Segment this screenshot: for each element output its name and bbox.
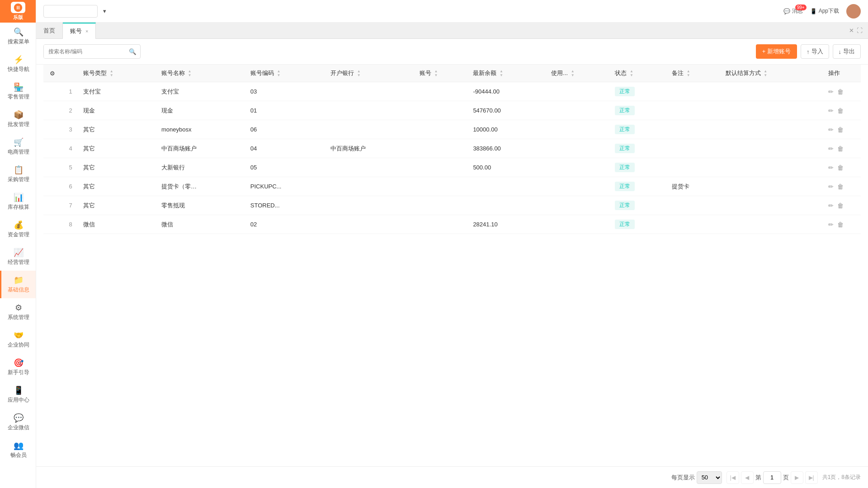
content-search-input[interactable] — [44, 45, 125, 58]
th-default-settlement[interactable]: 默认结算方式 ▲▼ — [722, 65, 825, 82]
edit-btn-4[interactable]: ✏ — [828, 145, 834, 152]
last-page-btn[interactable]: ▶| — [805, 471, 818, 484]
td-actions-4: ✏ 🗑 — [825, 139, 861, 158]
td-account-no-1 — [416, 82, 469, 101]
th-account-no[interactable]: 账号 ▲▼ — [416, 65, 469, 82]
sidebar-icon-capital-mgmt: 💰 — [14, 220, 24, 230]
th-account-type[interactable]: 账号类型 ▲▼ — [80, 65, 158, 82]
delete-btn-2[interactable]: 🗑 — [837, 107, 844, 114]
app-download-label: App下载 — [819, 7, 839, 15]
logo-icon — [11, 2, 25, 13]
td-usage-4 — [547, 139, 611, 158]
td-actions-6: ✏ 🗑 — [825, 177, 861, 196]
edit-btn-2[interactable]: ✏ — [828, 107, 834, 114]
sidebar-item-enterprise-wechat[interactable]: 💬 企业微信 — [0, 408, 36, 436]
sidebar-item-basic-info[interactable]: 📁 基础信息 — [0, 271, 36, 298]
sidebar-item-new-guide[interactable]: 🎯 新手引导 — [0, 353, 36, 381]
edit-btn-8[interactable]: ✏ — [828, 221, 834, 228]
td-bank-8 — [327, 215, 416, 234]
td-index-4: 4 — [61, 139, 80, 158]
delete-btn-4[interactable]: 🗑 — [837, 145, 844, 152]
total-text: 共1页，8条记录 — [822, 474, 861, 481]
th-bank[interactable]: 开户银行 ▲▼ — [327, 65, 416, 82]
th-account-name[interactable]: 账号名称 ▲▼ — [158, 65, 247, 82]
next-page-btn[interactable]: ▶ — [791, 471, 803, 484]
app-download-icon: 📱 — [810, 8, 817, 14]
sidebar-item-operation-mgmt[interactable]: 📈 经营管理 — [0, 243, 36, 271]
delete-btn-1[interactable]: 🗑 — [837, 88, 844, 95]
topbar-app-download[interactable]: 📱 App下载 — [810, 7, 839, 15]
tab-expand-btn[interactable]: ✕ ⛶ — [844, 27, 868, 34]
sidebar-item-app-center[interactable]: 📱 应用中心 — [0, 381, 36, 408]
td-account-no-7 — [416, 196, 469, 215]
sidebar-item-system-mgmt[interactable]: ⚙ 系统管理 — [0, 298, 36, 326]
accounts-table: ⚙ 账号类型 ▲▼ 账号名称 ▲▼ 账号编码 ▲▼ 开户银行 ▲▼ 账号 ▲▼ … — [43, 65, 861, 234]
delete-btn-8[interactable]: 🗑 — [837, 221, 844, 228]
edit-btn-1[interactable]: ✏ — [828, 88, 834, 95]
th-account-code[interactable]: 账号编码 ▲▼ — [247, 65, 327, 82]
sidebar-item-purchase-mgmt[interactable]: 📋 采购管理 — [0, 160, 36, 188]
import-button[interactable]: ↑ 导入 — [801, 44, 829, 59]
th-usage[interactable]: 使用... ▲▼ — [547, 65, 611, 82]
edit-btn-6[interactable]: ✏ — [828, 183, 834, 190]
td-account-code-8: 02 — [247, 215, 327, 234]
sidebar-item-retail-mgmt[interactable]: 🏪 零售管理 — [0, 78, 36, 105]
sidebar-item-ecommerce-mgmt[interactable]: 🛒 电商管理 — [0, 133, 36, 160]
td-usage-2 — [547, 101, 611, 120]
app-name: 乐版 — [13, 14, 23, 21]
delete-btn-6[interactable]: 🗑 — [837, 183, 844, 190]
td-settings-6 — [43, 177, 61, 196]
sidebar-item-quick-nav[interactable]: ⚡ 快捷导航 — [0, 50, 36, 78]
td-account-type-5: 其它 — [80, 158, 158, 177]
edit-btn-3[interactable]: ✏ — [828, 126, 834, 133]
delete-btn-7[interactable]: 🗑 — [837, 202, 844, 209]
search-box: 🔍 — [43, 44, 141, 59]
sidebar-icon-enterprise-wechat: 💬 — [14, 413, 24, 423]
msg-badge: 99+ — [795, 5, 807, 10]
th-remark[interactable]: 备注 ▲▼ — [668, 65, 722, 82]
prev-page-btn[interactable]: ◀ — [741, 471, 754, 484]
td-bank-5 — [327, 158, 416, 177]
td-account-code-3: 06 — [247, 120, 327, 139]
tab-close-account[interactable]: × — [85, 28, 88, 34]
page-to-label: 页 — [783, 474, 789, 482]
td-latest-balance-4: 383866.00 — [469, 139, 547, 158]
edit-btn-7[interactable]: ✏ — [828, 202, 834, 209]
sidebar-item-enterprise-agreement[interactable]: 🤝 企业协同 — [0, 326, 36, 353]
page-number-input[interactable] — [763, 471, 781, 484]
th-latest-balance[interactable]: 最新余额 ▲▼ — [469, 65, 547, 82]
add-account-button[interactable]: + 新增账号 — [756, 44, 797, 59]
first-page-btn[interactable]: |◀ — [726, 471, 739, 484]
status-badge-1: 正常 — [615, 87, 635, 96]
sidebar-icon-ecommerce-mgmt: 🛒 — [14, 137, 24, 147]
sidebar-item-search-menu[interactable]: 🔍 搜索菜单 — [0, 23, 36, 50]
td-actions-8: ✏ 🗑 — [825, 215, 861, 234]
td-account-code-2: 01 — [247, 101, 327, 120]
delete-btn-5[interactable]: 🗑 — [837, 164, 844, 171]
th-settings[interactable]: ⚙ — [43, 65, 61, 82]
export-button[interactable]: ↓ 导出 — [833, 44, 861, 59]
edit-btn-5[interactable]: ✏ — [828, 164, 834, 171]
th-status[interactable]: 状态 ▲▼ — [611, 65, 668, 82]
topbar-msg[interactable]: 💬 消息 99+ — [783, 7, 803, 15]
sidebar-item-capital-mgmt[interactable]: 💰 资金管理 — [0, 216, 36, 243]
topbar-search — [43, 5, 98, 18]
sidebar-label-basic-info: 基础信息 — [8, 286, 29, 294]
delete-btn-3[interactable]: 🗑 — [837, 126, 844, 133]
topbar-avatar[interactable] — [846, 4, 861, 19]
tab-account[interactable]: 账号× — [63, 23, 96, 39]
table-row: 4 其它 中百商场账户 04 中百商场账户 383866.00 正常 ✏ 🗑 — [43, 139, 861, 158]
page-size-dropdown[interactable]: 102050100 — [697, 471, 722, 484]
td-bank-6 — [327, 177, 416, 196]
sidebar-item-inventory-check[interactable]: 📊 库存核算 — [0, 188, 36, 216]
td-index-3: 3 — [61, 120, 80, 139]
tab-home[interactable]: 首页 — [36, 23, 63, 39]
sidebar-item-wholesale-mgmt[interactable]: 📦 批发管理 — [0, 105, 36, 133]
close-tab-icon: ✕ — [849, 27, 854, 34]
sidebar-item-chang-member[interactable]: 👥 畅会员 — [0, 436, 36, 464]
topbar-search-input[interactable] — [43, 5, 98, 18]
td-default-settlement-2 — [722, 101, 825, 120]
sidebar-icon-quick-nav: ⚡ — [14, 55, 24, 65]
search-button[interactable]: 🔍 — [125, 45, 140, 58]
topbar-dropdown[interactable]: ▾ — [103, 8, 106, 14]
